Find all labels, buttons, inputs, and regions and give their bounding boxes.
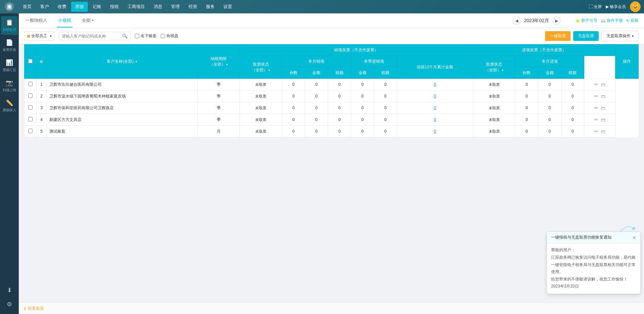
chevron-down-icon: ▾ <box>50 34 52 38</box>
row-sales-month-tax: 0 <box>328 102 351 114</box>
nav-item-settings[interactable]: 设置 <box>219 2 236 12</box>
row-detail-button[interactable]: 🗃 <box>600 128 606 135</box>
new-guide-button[interactable]: ⭐ 新手引导 <box>575 18 597 23</box>
notification-close-button[interactable]: ✕ <box>632 235 636 240</box>
row-num: 3 <box>37 102 47 114</box>
tax-policy-link[interactable]: 税务政策 <box>28 306 44 311</box>
nav-item-customer[interactable]: 客户 <box>36 2 53 12</box>
diskless-ticket-button[interactable]: 无盘取票 <box>573 31 599 41</box>
row-edit-button[interactable]: ✏ <box>594 105 599 111</box>
nav-item-operation[interactable]: 经营 <box>184 2 201 12</box>
nav-item-manage[interactable]: 管理 <box>167 2 184 12</box>
top-navigation: 首页 客户 收费 票据 记账 报税 工商项目 消息 管理 经营 服务 设置 ⛶ … <box>0 0 644 13</box>
row-checkbox-cell[interactable] <box>24 114 37 126</box>
row-edit-button[interactable]: ✏ <box>594 93 599 100</box>
sidebar-item-smart-ticket[interactable]: 📋 智能取票 <box>1 16 18 35</box>
row-checkbox-cell[interactable] <box>24 90 37 102</box>
diskless-ticket-ops-button[interactable]: 无盘取票操作 ▾ <box>601 31 639 41</box>
row-sales-season-tax: 0 <box>374 79 397 90</box>
sidebar-item-invoice-issue[interactable]: 📄 发票开具 <box>1 36 18 55</box>
nav-item-business[interactable]: 工商项目 <box>123 2 149 12</box>
row-edit-button[interactable]: ✏ <box>594 128 599 135</box>
nav-item-message[interactable]: 消息 <box>150 2 166 12</box>
sidebar-item-invoice-entry[interactable]: ✏️ 票据录入 <box>1 97 18 115</box>
th-purchase-invoice-group: 进项发票（不含作废票） <box>473 45 615 56</box>
th-sales-invoice-group: 销项发票（不含作废票） <box>240 45 473 56</box>
top-page-actions: ⭐ 新手引导 📖 操作手册 ↻ 刷新 <box>575 18 639 23</box>
notification-body: 尊敬的用户： 江苏政务网已恢复访问电子税务局功能，易代账一键登陆电子税务局与无盘… <box>547 243 640 294</box>
employee-filter[interactable]: 全部员工 ▾ <box>24 32 55 41</box>
sidebar-item-download[interactable]: ⬇ <box>1 284 18 297</box>
sidebar-item-scan-upload[interactable]: 📷 扫描上传 <box>1 76 18 95</box>
period-prev-button[interactable]: ◀ <box>513 17 521 25</box>
settings-icon: ⚙ <box>7 301 12 308</box>
search-button[interactable]: 🔍 <box>119 32 130 40</box>
row-detail-button[interactable]: 🗃 <box>600 81 606 88</box>
table-row: 4 新建区方方文具店 季 未取票 0 0 0 0 0 0 未取票 0 0 0 ✏… <box>24 114 639 126</box>
th-operations: 操作 <box>615 45 639 79</box>
row-purchase-status: 未取票 <box>473 102 515 114</box>
row-actions: ✏ 🗃 <box>584 79 615 90</box>
row-checkbox-cell[interactable] <box>24 79 37 90</box>
tab-all-in-one[interactable]: 全能 ▾ <box>80 14 95 27</box>
filter-right-buttons: 一键取票 无盘取票 无盘取票操作 ▾ <box>545 31 639 41</box>
row-edit-button[interactable]: ✏ <box>594 116 599 123</box>
bottom-bar: ℹ 税务政策 <box>19 303 644 314</box>
user-avatar[interactable]: 🐱 <box>630 1 641 12</box>
row-actions: ✏ 🗃 <box>584 126 615 137</box>
nav-item-accounting[interactable]: 记账 <box>89 2 105 12</box>
row-sales-month-amount: 0 <box>305 126 328 137</box>
row-sales-month-count: 0 <box>282 90 305 102</box>
nav-item-service[interactable]: 服务 <box>202 2 219 12</box>
th-purchase-month-amount: 金额 <box>538 67 561 79</box>
sidebar-bottom-actions: ⬇ ⚙ <box>1 284 18 314</box>
row-customer-name: 测试账套 <box>47 126 198 137</box>
row-purchase-month-tax: 0 <box>561 126 584 137</box>
row-detail-button[interactable]: 🗃 <box>600 93 606 100</box>
sidebar: 📋 智能取票 📄 发票开具 📊 票据汇总 📷 扫描上传 ✏️ 票据录入 ⬇ ⚙ <box>0 13 19 314</box>
table-wrapper: ⚙ 客户名称(全部) ▾ 纳税期限（全部）▾ 销项发票（不含作废票） 进项发票（… <box>24 44 639 137</box>
nav-items-container: 首页 客户 收费 票据 记账 报税 工商项目 消息 管理 经营 服务 设置 <box>19 2 589 12</box>
row-purchase-status: 未取票 <box>473 126 515 137</box>
row-sales-status: 未取票 <box>240 114 282 126</box>
fullscreen-button[interactable]: ⛶ 全屏 <box>589 4 602 10</box>
search-input[interactable] <box>59 33 119 40</box>
one-click-ticket-button[interactable]: 一键取票 <box>545 31 571 41</box>
svg-point-2 <box>632 227 635 230</box>
th-sales-month-group: 本月销项 <box>282 56 351 67</box>
sidebar-item-invoice-summary[interactable]: 📊 票据汇总 <box>1 56 18 75</box>
row-sales-cumulative: 0 <box>397 102 473 114</box>
has-tax-filter[interactable]: 有税盘 <box>161 33 178 39</box>
row-tax-period: 季 <box>198 90 240 102</box>
row-purchase-month-count: 0 <box>515 102 538 114</box>
nav-item-tax[interactable]: 报税 <box>106 2 123 12</box>
nav-item-fees[interactable]: 收费 <box>54 2 70 12</box>
period-next-button[interactable]: ▶ <box>552 17 560 25</box>
row-actions: ✏ 🗃 <box>584 102 615 114</box>
nav-item-home[interactable]: 首页 <box>19 2 36 12</box>
row-purchase-month-amount: 0 <box>538 102 561 114</box>
refresh-button[interactable]: ↻ 刷新 <box>626 18 639 23</box>
row-detail-button[interactable]: 🗃 <box>600 116 606 123</box>
row-sales-month-count: 0 <box>282 102 305 114</box>
row-checkbox-cell[interactable] <box>24 126 37 137</box>
sidebar-item-settings[interactable]: ⚙ <box>1 298 18 311</box>
tab-general-taxpayer[interactable]: 一般纳税人 <box>24 14 49 27</box>
row-customer-name: 卫辉市保和堂医药有限公司卫辉路店 <box>47 102 198 114</box>
name-account-filter[interactable]: 名下账套 <box>135 33 157 39</box>
th-purchase-month-count: 份数 <box>515 67 538 79</box>
info-icon: ℹ <box>24 306 26 311</box>
tab-small-scale[interactable]: 小规模 <box>57 14 72 27</box>
member-button[interactable]: ▶ 畅享会员 <box>606 4 626 10</box>
operation-manual-button[interactable]: 📖 操作手册 <box>601 18 623 23</box>
svg-point-1 <box>8 5 11 8</box>
row-edit-button[interactable]: ✏ <box>594 81 599 88</box>
row-detail-button[interactable]: 🗃 <box>600 105 606 111</box>
notification-decoration <box>617 222 637 235</box>
filter-dot-icon <box>27 35 30 38</box>
nav-item-invoice[interactable]: 票据 <box>71 2 88 12</box>
period-text: 2023年02月 <box>524 18 549 24</box>
invoice-summary-icon: 📊 <box>6 59 13 66</box>
select-all-checkbox[interactable] <box>28 59 33 63</box>
row-checkbox-cell[interactable] <box>24 102 37 114</box>
